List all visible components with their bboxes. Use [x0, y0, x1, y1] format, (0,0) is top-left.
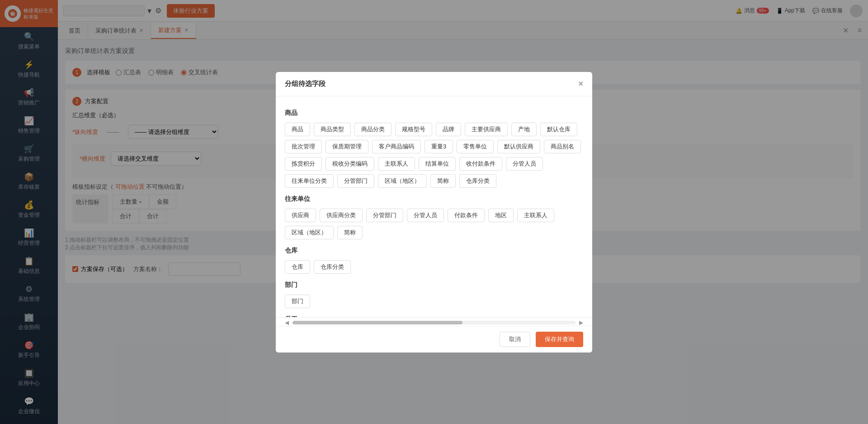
- field-tag-cp-6[interactable]: 主联系人: [517, 209, 554, 222]
- modal-save-button[interactable]: 保存并查询: [536, 332, 583, 347]
- field-tag-goods-20[interactable]: 分管人员: [506, 157, 543, 171]
- field-tag-goods-10[interactable]: 客户商品编码: [372, 140, 421, 153]
- field-tag-cp-4[interactable]: 付款条件: [448, 209, 485, 222]
- modal-overlay: 分组待选字段 × 商品 商品 商品类型 商品分类 规格型号 品牌 主要供应商 产…: [0, 0, 868, 424]
- counterparty-fields: 供应商 供应商分类 分管部门 分管人员 付款条件 地区 主联系人 区域（地区） …: [285, 209, 583, 239]
- field-tag-goods-23[interactable]: 区域（地区）: [378, 174, 427, 188]
- field-tag-goods-25[interactable]: 仓库分类: [459, 174, 496, 188]
- field-tag-cp-0[interactable]: 供应商: [285, 209, 316, 222]
- field-tag-cp-5[interactable]: 地区: [488, 209, 514, 222]
- field-tag-goods-15[interactable]: 拣货积分: [285, 157, 322, 171]
- section-title-department: 部门: [285, 281, 583, 289]
- field-tag-goods-9[interactable]: 保质期管理: [326, 140, 368, 153]
- field-tag-goods-13[interactable]: 默认供应商: [497, 140, 540, 153]
- field-tag-goods-4[interactable]: 品牌: [436, 123, 461, 136]
- section-title-warehouse: 仓库: [285, 247, 583, 255]
- horizontal-scrollbar-track[interactable]: [292, 321, 576, 324]
- scroll-right-icon[interactable]: ▶: [579, 319, 583, 326]
- field-tag-cp-3[interactable]: 分管人员: [407, 209, 444, 222]
- field-tag-goods-16[interactable]: 税收分类编码: [326, 157, 374, 171]
- modal-close-button[interactable]: ×: [578, 79, 583, 89]
- field-tag-goods-18[interactable]: 结算单位: [419, 157, 456, 171]
- field-tag-goods-11[interactable]: 重量3: [425, 140, 453, 153]
- field-tag-wh-0[interactable]: 仓库: [285, 260, 310, 274]
- field-tag-goods-14[interactable]: 商品别名: [544, 140, 581, 153]
- modal-cancel-button[interactable]: 取消: [500, 332, 530, 347]
- field-tag-cp-8[interactable]: 简称: [337, 226, 363, 239]
- field-tag-goods-5[interactable]: 主要供应商: [465, 123, 508, 136]
- field-tag-goods-1[interactable]: 商品类型: [314, 123, 351, 136]
- field-tag-goods-24[interactable]: 简称: [430, 174, 456, 188]
- horizontal-scrollbar-thumb: [292, 321, 462, 324]
- modal-body[interactable]: 商品 商品 商品类型 商品分类 规格型号 品牌 主要供应商 产地 默认仓库 批次…: [276, 96, 592, 317]
- warehouse-fields: 仓库 仓库分类: [285, 260, 583, 274]
- field-tag-goods-12[interactable]: 零售单位: [457, 140, 494, 153]
- modal-header: 分组待选字段 ×: [276, 72, 592, 96]
- field-tag-goods-8[interactable]: 批次管理: [285, 140, 322, 153]
- field-tag-goods-0[interactable]: 商品: [285, 123, 310, 136]
- field-tag-goods-21[interactable]: 往来单位分类: [285, 174, 334, 188]
- field-tag-cp-2[interactable]: 分管部门: [366, 209, 403, 222]
- field-selection-modal: 分组待选字段 × 商品 商品 商品类型 商品分类 规格型号 品牌 主要供应商 产…: [276, 72, 592, 353]
- field-tag-goods-2[interactable]: 商品分类: [354, 123, 392, 136]
- field-tag-dept-0[interactable]: 部门: [285, 295, 310, 308]
- scroll-left-icon[interactable]: ◀: [285, 319, 289, 326]
- field-tag-goods-7[interactable]: 默认仓库: [540, 123, 577, 136]
- section-title-goods: 商品: [285, 109, 583, 117]
- field-tag-goods-6[interactable]: 产地: [511, 123, 537, 136]
- field-tag-cp-7[interactable]: 区域（地区）: [285, 226, 334, 239]
- field-tag-goods-17[interactable]: 主联系人: [378, 157, 415, 171]
- modal-footer: 取消 保存并查询: [276, 326, 592, 353]
- department-fields: 部门: [285, 295, 583, 308]
- section-title-counterparty: 往来单位: [285, 195, 583, 203]
- modal-scrollbar-area: ◀ ▶: [276, 317, 592, 326]
- field-tag-goods-19[interactable]: 收付款条件: [459, 157, 502, 171]
- goods-fields: 商品 商品类型 商品分类 规格型号 品牌 主要供应商 产地 默认仓库 批次管理 …: [285, 123, 583, 188]
- modal-title: 分组待选字段: [285, 80, 326, 88]
- field-tag-wh-1[interactable]: 仓库分类: [314, 260, 351, 274]
- field-tag-cp-1[interactable]: 供应商分类: [320, 209, 363, 222]
- field-tag-goods-22[interactable]: 分管部门: [337, 174, 374, 188]
- field-tag-goods-3[interactable]: 规格型号: [395, 123, 432, 136]
